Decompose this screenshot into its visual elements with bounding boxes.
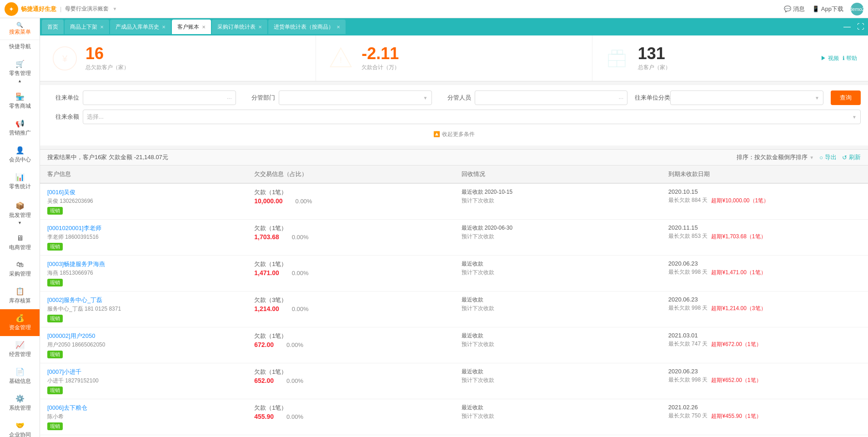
customer-tag-5: 现销 (47, 387, 63, 394)
view-video-btn[interactable]: ▶ 视频 (821, 55, 838, 62)
customer-name-6[interactable]: [0006]去下粮仓 (47, 404, 240, 412)
app-container: ✦ 畅捷通好生意 | 母婴行业演示账套 ▼ 💬 消息 📱 App下载 demo2 (0, 0, 868, 437)
customer-name-2[interactable]: [0003]畅捷服务尹海燕 (47, 260, 240, 268)
sidebar-item-purchase[interactable]: 🛍 采购管理 (0, 256, 40, 282)
sidebar-item-inventory[interactable]: 📋 库存核算 (0, 282, 40, 309)
tab-close-purchase-order[interactable]: ✕ (258, 25, 262, 30)
refresh-btn[interactable]: ↺ 刷新 (842, 153, 861, 161)
department-select[interactable]: ▼ (279, 90, 432, 105)
customer-name-0[interactable]: [0016]吴俊 (47, 188, 240, 196)
tab-minimize-btn[interactable]: — (842, 23, 853, 31)
refresh-icon: ↺ (842, 154, 847, 161)
manager-field[interactable] (479, 95, 619, 101)
sort-select[interactable]: 排序：按欠款金额倒序排序 ▼ (737, 153, 814, 161)
table-row: [0007]小进千 小进千 18279152100 现销 欠款（1笔） 652.… (40, 363, 868, 399)
overdue-days-5: 最长欠款 998 天 (668, 376, 708, 384)
sidebar-item-enterprise-collab[interactable]: 🤝 企业协同 (0, 417, 40, 437)
tab-close-products-off[interactable]: ✕ (100, 25, 104, 30)
sidebar-item-batch-mgmt[interactable]: 📦 批发管理 ▼ (0, 197, 40, 230)
customer-name-5[interactable]: [0007]小进千 (47, 368, 240, 376)
customer-name-3[interactable]: [0002]服务中心_丁磊 (47, 296, 240, 304)
search-button[interactable]: 查询 (831, 90, 861, 105)
overdue-amount-6[interactable]: 超期¥455.90（1笔） (711, 412, 761, 420)
sidebar-item-retail-mgmt[interactable]: 🛒 零售管理 ▲ (0, 55, 40, 88)
debt-amount-2: 1,471.00 (254, 269, 279, 276)
sidebar-item-system[interactable]: ⚙️ 系统管理 (0, 390, 40, 417)
from-unit-dots[interactable]: ··· (227, 95, 232, 101)
filter-balance: 往来余额 选择... ▼ (47, 110, 861, 124)
overdue-amount-2[interactable]: 超期¥1,471.00（1笔） (711, 269, 766, 276)
manager-input[interactable]: ··· (475, 90, 628, 105)
collection-next-5: 预计下次收款 (462, 377, 654, 384)
overdue-days-1: 最长欠款 853 天 (668, 232, 708, 240)
user-avatar[interactable]: demo2 (851, 3, 863, 15)
td-customer-2: [0003]畅捷服务尹海燕 海燕 18513066976 现销 (40, 256, 247, 291)
tab-products-off[interactable]: 商品上下架 ✕ (65, 20, 109, 34)
sidebar-quick-nav[interactable]: 快捷导航 (0, 40, 40, 53)
collapse-btn[interactable]: 🔼 收起更多条件 (47, 129, 861, 140)
debt-count-1: 欠款（1笔） (254, 224, 447, 232)
unit-category-chevron: ▼ (815, 95, 819, 100)
manager-label: 分管人员 (439, 94, 471, 102)
phone-icon: 📱 (812, 5, 819, 12)
tab-close-customer-account[interactable]: ✕ (202, 25, 206, 30)
svg-rect-5 (612, 50, 617, 54)
due-date-5: 2020.06.23 (668, 368, 861, 375)
unit-category-select[interactable]: ▼ (670, 90, 823, 105)
balance-select[interactable]: 选择... ▼ (83, 110, 861, 124)
export-btn[interactable]: ○ 导出 (819, 153, 837, 161)
sidebar-item-finance[interactable]: 💰 资金管理 (0, 309, 40, 336)
from-unit-input[interactable]: ··· (83, 90, 236, 105)
basic-info-icon: 📄 (15, 367, 25, 376)
app-download-btn[interactable]: 📱 App下载 (812, 5, 843, 13)
operations-icon: 📈 (15, 341, 25, 349)
sidebar-item-retail-mall[interactable]: 🏪 零售商城 (0, 88, 40, 115)
results-info: 搜索结果中，客户16家 欠款金额 -21,148.07元 排序：按欠款金额倒序排… (40, 149, 868, 166)
tab-maximize-btn[interactable]: ⛶ (855, 23, 866, 31)
tab-home[interactable]: 首页 (42, 20, 64, 34)
td-due-1: 2020.11.15 最长欠款 853 天 超期¥1,703.68（1笔） (661, 220, 868, 255)
overdue-amount-1[interactable]: 超期¥1,703.68（1笔） (711, 233, 766, 241)
tab-purchase-order[interactable]: 采购订单统计表 ✕ (212, 20, 267, 34)
overdue-amount-5[interactable]: 超期¥652.00（1笔） (711, 377, 761, 384)
overdue-amount-0[interactable]: 超期¥10,000.00（1笔） (711, 197, 769, 205)
tab-close-product-inbound[interactable]: ✕ (162, 25, 166, 30)
unit-category-label: 往来单位分类 (635, 94, 667, 102)
help-btn[interactable]: ℹ 帮助 (843, 55, 857, 62)
tab-close-inventory-stats[interactable]: ✕ (336, 25, 340, 30)
td-collection-6: 最近收款 预计下次收款 (454, 399, 661, 435)
tab-product-inbound[interactable]: 产成品入库单历史 ✕ (110, 20, 171, 34)
collection-last-0: 最近收款 2020-10-15 (462, 188, 654, 196)
sidebar-item-basic-info[interactable]: 📄 基础信息 (0, 363, 40, 390)
tab-inventory-stats[interactable]: 进货单统计表（按商品） ✕ (268, 20, 346, 34)
from-unit-field[interactable] (87, 95, 227, 101)
manager-dots[interactable]: ··· (618, 95, 623, 101)
customer-name-4[interactable]: [000002]用户2050 (47, 332, 240, 340)
sidebar-item-operations[interactable]: 📈 经营管理 (0, 336, 40, 363)
collection-last-5: 最近收款 (462, 368, 654, 376)
department-label: 分管部门 (243, 94, 275, 102)
td-due-0: 2020.10.15 最长欠款 884 天 超期¥10,000.00（1笔） (661, 184, 868, 219)
tab-customer-account[interactable]: 客户账本 ✕ (172, 20, 211, 34)
customer-tag-3: 现销 (47, 315, 63, 322)
sidebar-item-ecommerce[interactable]: 🖥 电商管理 (0, 230, 40, 256)
sidebar-item-member[interactable]: 👤 会员中心 (0, 141, 40, 168)
customer-name-1[interactable]: [0001020001]李老师 (47, 224, 240, 232)
sidebar-search[interactable]: 🔍 搜索菜单 (0, 18, 40, 40)
tenant-name[interactable]: 母婴行业演示账套 (65, 5, 109, 13)
td-debt-6: 欠款（1笔） 455.90 0.00% (247, 399, 454, 435)
data-table: 客户信息 欠交易信息（占比） 回收情况 到期未收款日期 [0016]吴俊 吴俊 … (40, 166, 868, 437)
overdue-amount-3[interactable]: 超期¥1,214.00（3笔） (711, 305, 766, 312)
tenant-dropdown-icon[interactable]: ▼ (112, 6, 117, 11)
debt-count-0: 欠款（1笔） (254, 188, 447, 196)
debt-count-2: 欠款（1笔） (254, 260, 447, 268)
sidebar-item-marketing[interactable]: 📢 营销推广 (0, 115, 40, 141)
message-btn[interactable]: 💬 消息 (784, 5, 805, 13)
sidebar-item-retail-stats[interactable]: 📊 零售统计 (0, 168, 40, 195)
customer-tag-1: 现销 (47, 243, 63, 251)
collection-last-2: 最近收款 (462, 260, 654, 268)
stat-card-actions: ▶ 视频 ℹ 帮助 (821, 55, 857, 62)
overdue-amount-4[interactable]: 超期¥672.00（1笔） (711, 341, 761, 348)
due-date-1: 2020.11.15 (668, 224, 861, 231)
collection-next-4: 预计下次收款 (462, 341, 654, 348)
